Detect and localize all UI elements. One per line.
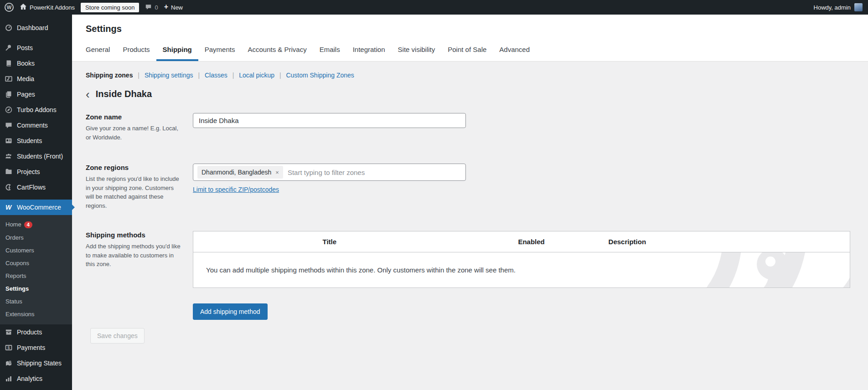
- zone-regions-input[interactable]: Dhanmondi, Bangladesh × Start typing to …: [193, 164, 466, 181]
- sidebar-item-cartflows[interactable]: CartFlows: [0, 180, 72, 195]
- table-header-row: Title Enabled Description: [193, 231, 850, 252]
- home-icon: [20, 3, 27, 12]
- sidebar-item-label: CartFlows: [17, 184, 46, 191]
- tab-point-of-sale[interactable]: Point of Sale: [441, 46, 493, 61]
- products-box-icon: [5, 328, 12, 336]
- sidebar-item-payments[interactable]: $ Payments: [0, 340, 72, 355]
- sidebar-item-analytics[interactable]: Analytics: [0, 371, 72, 386]
- table-empty-row: You can add multiple shipping methods wi…: [193, 252, 850, 287]
- sidebar-item-label: Pages: [17, 91, 35, 98]
- page-title: Settings: [86, 24, 868, 34]
- howdy-account-link[interactable]: Howdy, admin: [814, 4, 851, 11]
- sidebar-item-comments[interactable]: Comments: [0, 118, 72, 133]
- subnav-classes[interactable]: Classes: [205, 72, 227, 79]
- pages-icon: [5, 91, 12, 98]
- plus-icon: +: [164, 3, 168, 10]
- limit-postcodes-link[interactable]: Limit to specific ZIP/postcodes: [193, 186, 279, 193]
- zone-regions-description: List the regions you'd like to include i…: [86, 174, 181, 210]
- sidebar-item-posts[interactable]: Posts: [0, 40, 72, 56]
- settings-header: Settings General Products Shipping Payme…: [72, 15, 868, 62]
- zone-name-label: Zone name: [86, 113, 181, 121]
- rocket-icon: [5, 106, 12, 114]
- sidebar-item-label: Students: [17, 137, 42, 144]
- shipping-methods-row: Shipping methods Add the shipping method…: [86, 231, 854, 288]
- subnav-shipping-zones[interactable]: Shipping zones: [86, 72, 133, 79]
- save-changes-button[interactable]: Save changes: [90, 328, 145, 344]
- tab-advanced[interactable]: Advanced: [493, 46, 536, 61]
- comment-bubble-icon: [145, 4, 152, 11]
- wordpress-logo-icon[interactable]: W: [5, 3, 14, 12]
- submenu-item-coupons[interactable]: Coupons: [0, 257, 72, 270]
- admin-sidebar: Dashboard Posts Books Media Pages Turbo …: [0, 15, 72, 390]
- people-group-icon: [5, 153, 12, 160]
- subnav-shipping-settings[interactable]: Shipping settings: [145, 72, 193, 79]
- sidebar-item-students[interactable]: Students: [0, 133, 72, 149]
- sidebar-item-label: Posts: [17, 44, 33, 51]
- remove-tag-icon[interactable]: ×: [275, 169, 279, 176]
- empty-methods-message: You can add multiple shipping methods wi…: [206, 266, 516, 274]
- add-method-row: Add shipping method: [86, 303, 854, 320]
- tab-shipping[interactable]: Shipping: [156, 46, 198, 61]
- sidebar-item-label: Students (Front): [17, 153, 63, 160]
- shipping-methods-label: Shipping methods: [86, 231, 181, 239]
- column-header-description: Description: [597, 238, 850, 246]
- sidebar-item-students-front[interactable]: Students (Front): [0, 149, 72, 164]
- sidebar-item-label: Media: [17, 75, 34, 82]
- sidebar-item-woocommerce[interactable]: W WooCommerce: [0, 200, 72, 215]
- sidebar-item-turbo-addons[interactable]: Turbo Addons: [0, 102, 72, 118]
- zone-regions-label: Zone regions: [86, 164, 181, 171]
- site-menu[interactable]: PowerKit Addons: [20, 3, 75, 12]
- sidebar-item-label: Payments: [17, 344, 45, 351]
- region-tag: Dhanmondi, Bangladesh ×: [197, 166, 283, 179]
- comments-adminbar-item[interactable]: 0: [145, 4, 158, 11]
- submenu-item-reports[interactable]: Reports: [0, 270, 72, 282]
- shipping-methods-description: Add the shipping methods you'd like to m…: [86, 242, 181, 269]
- sidebar-item-label: Projects: [17, 168, 40, 175]
- subnav-local-pickup[interactable]: Local pickup: [239, 72, 274, 79]
- avatar[interactable]: [854, 3, 863, 11]
- column-header-title: Title: [193, 238, 466, 246]
- cartflows-icon: [5, 184, 12, 191]
- tab-site-visibility[interactable]: Site visibility: [392, 46, 442, 61]
- pushpin-icon: [5, 44, 12, 52]
- sidebar-item-label: Analytics: [17, 375, 42, 382]
- subnav-separator: |: [279, 72, 281, 79]
- tab-emails[interactable]: Emails: [313, 46, 346, 61]
- zone-name-input[interactable]: [193, 113, 466, 128]
- sidebar-item-products[interactable]: Products: [0, 324, 72, 340]
- tab-accounts-privacy[interactable]: Accounts & Privacy: [241, 46, 313, 61]
- subnav-separator: |: [232, 72, 234, 79]
- media-icon: [5, 75, 12, 83]
- subnav-separator: |: [138, 72, 140, 79]
- comment-bubble-icon: [5, 122, 12, 129]
- submenu-item-extensions[interactable]: Extensions: [0, 308, 72, 321]
- zone-name-description: Give your zone a name! E.g. Local, or Wo…: [86, 124, 181, 142]
- new-label: New: [171, 4, 183, 11]
- tab-products[interactable]: Products: [116, 46, 156, 61]
- new-content-button[interactable]: + New: [164, 4, 183, 11]
- tab-integration[interactable]: Integration: [346, 46, 392, 61]
- coming-soon-badge: Store coming soon: [81, 3, 139, 12]
- zone-name-row: Zone name Give your zone a name! E.g. Lo…: [86, 113, 854, 142]
- sidebar-item-dashboard[interactable]: Dashboard: [0, 20, 72, 36]
- sidebar-item-label: Shipping States: [17, 359, 62, 367]
- submenu-item-customers[interactable]: Customers: [0, 244, 72, 257]
- zone-heading: ‹ Inside Dhaka: [86, 89, 854, 99]
- bar-chart-icon: [5, 375, 12, 383]
- sidebar-item-label: Products: [17, 328, 42, 336]
- tab-payments[interactable]: Payments: [198, 46, 242, 61]
- back-chevron-icon[interactable]: ‹: [86, 90, 90, 99]
- sidebar-item-pages[interactable]: Pages: [0, 87, 72, 102]
- sidebar-item-books[interactable]: Books: [0, 56, 72, 71]
- sidebar-item-media[interactable]: Media: [0, 71, 72, 87]
- add-shipping-method-button[interactable]: Add shipping method: [193, 303, 268, 320]
- sidebar-item-projects[interactable]: Projects: [0, 164, 72, 180]
- submenu-item-home[interactable]: Home4: [0, 218, 72, 231]
- tab-general[interactable]: General: [86, 46, 116, 61]
- sidebar-item-shipping-states[interactable]: Shipping States: [0, 355, 72, 371]
- notification-badge: 4: [24, 221, 32, 228]
- subnav-custom-shipping-zones[interactable]: Custom Shipping Zones: [286, 72, 354, 79]
- submenu-item-status[interactable]: Status: [0, 295, 72, 308]
- submenu-item-settings[interactable]: Settings: [0, 282, 72, 295]
- submenu-item-orders[interactable]: Orders: [0, 231, 72, 244]
